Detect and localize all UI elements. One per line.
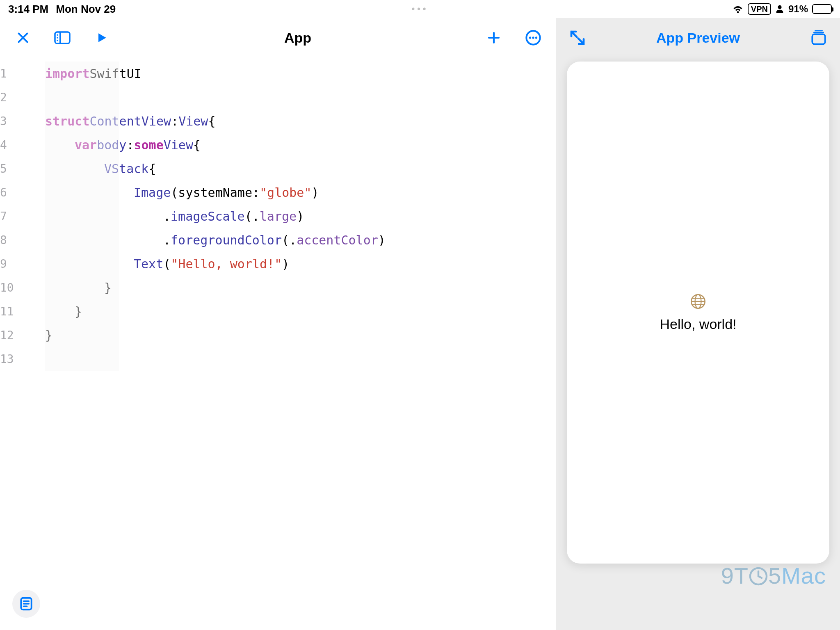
token: View xyxy=(178,114,208,128)
token: : xyxy=(171,114,178,128)
code-line[interactable]: var body: some View { xyxy=(45,133,556,157)
token: . xyxy=(163,209,171,224)
globe-icon xyxy=(690,293,706,311)
line-number: 1 xyxy=(0,67,7,80)
watermark: 9T5Mac xyxy=(721,562,826,589)
line-number: 7 xyxy=(0,210,7,223)
editor-toolbar: App xyxy=(0,18,556,57)
token: imageScale xyxy=(171,209,245,224)
line-number: 9 xyxy=(0,257,7,271)
documentation-button[interactable] xyxy=(12,590,40,618)
preview-pane: App Preview Hello, world! 9T5Mac xyxy=(556,18,840,630)
token: (. xyxy=(282,233,297,247)
token: SwiftUI xyxy=(89,66,141,81)
svg-point-3 xyxy=(57,37,58,38)
token: "Hello, world!" xyxy=(171,257,282,271)
token: foregroundColor xyxy=(171,233,282,247)
preview-hello-text: Hello, world! xyxy=(660,316,736,332)
token: } xyxy=(75,304,82,319)
editor-pane: App 1 2 3 4 5 6 7 8 9 1 xyxy=(0,18,556,630)
sidebar-toggle-button[interactable] xyxy=(53,29,71,47)
line-gutter: 1 2 3 4 5 6 7 8 9 10 11 12 13 xyxy=(0,62,45,630)
status-bar: 3:14 PM Mon Nov 29 ••• VPN 91% xyxy=(0,0,840,18)
person-icon xyxy=(775,5,784,14)
token: body xyxy=(97,138,126,152)
preview-title: App Preview xyxy=(599,30,797,46)
code-line[interactable]: } xyxy=(45,276,556,299)
code-editor[interactable]: 1 2 3 4 5 6 7 8 9 10 11 12 13 import Swi… xyxy=(0,57,556,630)
code-line[interactable]: struct ContentView: View { xyxy=(45,109,556,133)
token: { xyxy=(193,138,201,152)
svg-point-4 xyxy=(57,40,58,41)
line-number: 13 xyxy=(0,352,14,366)
token: (systemName: xyxy=(171,185,260,200)
token: . xyxy=(163,233,171,247)
code-lines[interactable]: import SwiftUI struct ContentView: View … xyxy=(45,62,556,630)
multitask-dots-icon[interactable]: ••• xyxy=(411,4,428,14)
battery-icon xyxy=(812,4,832,14)
code-line[interactable]: .foregroundColor(.accentColor) xyxy=(45,228,556,252)
editor-title: App xyxy=(132,30,463,46)
preview-canvas[interactable]: Hello, world! xyxy=(567,62,829,564)
code-line[interactable]: } xyxy=(45,299,556,323)
wifi-icon xyxy=(732,5,744,14)
token: Image xyxy=(134,185,171,200)
line-number: 3 xyxy=(0,114,7,128)
token: "globe" xyxy=(260,185,311,200)
watermark-part: Mac xyxy=(781,563,826,589)
svg-point-6 xyxy=(529,37,531,39)
token: ) xyxy=(378,233,386,247)
token: large xyxy=(260,209,297,224)
token: ) xyxy=(282,257,289,271)
token: { xyxy=(208,114,215,128)
token: } xyxy=(45,328,52,342)
watermark-part: 9T xyxy=(721,563,749,589)
line-number: 10 xyxy=(0,281,14,294)
code-line[interactable] xyxy=(45,85,556,109)
token: VStack xyxy=(104,162,148,176)
token: ) xyxy=(312,185,319,200)
add-button[interactable] xyxy=(485,29,503,47)
line-number: 2 xyxy=(0,91,7,104)
token: (. xyxy=(245,209,260,224)
code-line[interactable]: } xyxy=(45,323,556,347)
line-number: 12 xyxy=(0,329,14,342)
token: var xyxy=(75,138,97,152)
vpn-badge: VPN xyxy=(748,3,771,15)
preview-content: Hello, world! xyxy=(660,293,736,332)
code-line[interactable]: import SwiftUI xyxy=(45,62,556,85)
token: } xyxy=(104,281,112,295)
status-date: Mon Nov 29 xyxy=(56,3,116,16)
token: Text xyxy=(134,257,163,271)
svg-point-2 xyxy=(57,34,58,36)
line-number: 6 xyxy=(0,186,7,199)
token: import xyxy=(45,66,89,81)
token: accentColor xyxy=(297,233,378,247)
watermark-part: 5 xyxy=(768,563,781,589)
more-button[interactable] xyxy=(524,29,542,47)
svg-rect-13 xyxy=(812,34,825,44)
expand-button[interactable] xyxy=(568,29,587,47)
svg-point-7 xyxy=(532,37,534,39)
status-time: 3:14 PM xyxy=(8,3,48,16)
token: some xyxy=(134,138,164,152)
token: ( xyxy=(163,257,171,271)
window-stack-button[interactable] xyxy=(810,29,828,47)
line-number: 8 xyxy=(0,233,7,247)
code-line[interactable]: VStack { xyxy=(45,157,556,180)
code-line[interactable] xyxy=(45,347,556,371)
code-line[interactable]: .imageScale(.large) xyxy=(45,204,556,228)
close-button[interactable] xyxy=(14,29,32,47)
line-number: 5 xyxy=(0,162,7,176)
token: : xyxy=(126,138,134,152)
run-button[interactable] xyxy=(93,29,111,47)
token: ContentView xyxy=(89,114,171,128)
token: View xyxy=(164,138,193,152)
svg-point-8 xyxy=(535,37,537,39)
token: struct xyxy=(45,114,89,128)
line-number: 4 xyxy=(0,138,7,152)
preview-toolbar: App Preview xyxy=(556,18,840,57)
line-number: 11 xyxy=(0,305,14,318)
code-line[interactable]: Text("Hello, world!") xyxy=(45,252,556,276)
code-line[interactable]: Image(systemName: "globe") xyxy=(45,180,556,204)
